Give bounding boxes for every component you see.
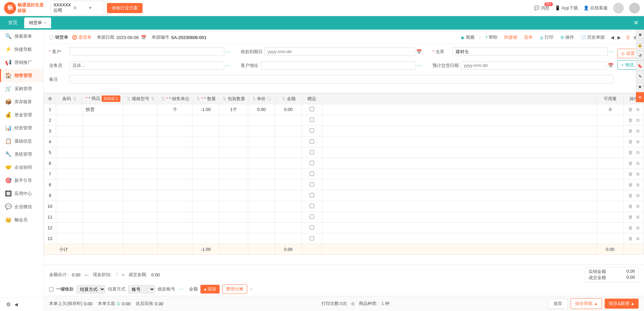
logistics-button[interactable]: + 物流	[617, 60, 639, 70]
delete-icon[interactable]: 🗑	[627, 214, 634, 220]
delete-icon[interactable]: 🗑	[627, 192, 634, 199]
delete-icon[interactable]: 🗑	[627, 117, 634, 123]
row-barcode[interactable]	[56, 126, 83, 137]
due-date-cal-icon[interactable]: 📅	[416, 49, 422, 54]
row-spec[interactable]	[123, 201, 158, 212]
col-spec-header[interactable]: ⇅ 规格型号 ⇅	[123, 93, 158, 104]
row-spec[interactable]	[123, 190, 158, 201]
save-draft-btn[interactable]: 保存草稿 ▲	[571, 298, 602, 309]
avatar[interactable]	[613, 3, 624, 13]
float-btn-6[interactable]: ★	[636, 82, 644, 92]
logo-area[interactable]: 畅 畅通道好生意 标版	[4, 2, 48, 14]
help-btn[interactable]: ?帮助	[483, 34, 499, 41]
copy-icon[interactable]: ⧉	[635, 225, 641, 231]
copy-icon[interactable]: ⧉	[635, 203, 641, 210]
copy-icon[interactable]: ⧉	[635, 171, 641, 178]
sidebar-item-quick-nav[interactable]: ⚡ 快捷导航	[0, 43, 43, 56]
calendar-icon[interactable]: 📅	[141, 35, 146, 40]
float-btn-5[interactable]: ✎	[636, 71, 644, 81]
nav-next[interactable]: ▶	[616, 34, 622, 41]
row-price[interactable]	[248, 115, 275, 126]
delete-icon[interactable]: 🗑	[627, 149, 634, 156]
discard-btn[interactable]: 放弃	[548, 298, 568, 309]
row-price[interactable]: 0.00	[248, 104, 275, 115]
row-barcode[interactable]	[56, 158, 83, 169]
row-barcode[interactable]	[56, 201, 83, 212]
row-spec[interactable]	[123, 104, 158, 115]
row-qty[interactable]	[192, 137, 219, 147]
avatar-2[interactable]	[629, 3, 640, 13]
delete-icon[interactable]: 🗑	[627, 182, 634, 188]
save-new-btn[interactable]: 保存&新增 ▲	[605, 299, 639, 309]
salesperson-dots[interactable]: ···	[226, 63, 230, 69]
row-price[interactable]	[248, 137, 275, 147]
row-gift[interactable]	[302, 115, 322, 126]
row-remark[interactable]	[322, 223, 597, 233]
row-remark[interactable]	[322, 158, 597, 169]
row-price[interactable]	[248, 158, 275, 169]
delete-icon[interactable]: 🗑	[627, 225, 634, 231]
remarks-input[interactable]	[69, 75, 613, 83]
sidebar-item-basic[interactable]: 📋 基础信息	[0, 134, 43, 148]
row-spec[interactable]	[123, 137, 158, 147]
row-spec[interactable]	[123, 223, 158, 233]
delete-icon[interactable]: 🗑	[627, 235, 634, 242]
row-remark[interactable]	[322, 233, 597, 244]
col-unit-header[interactable]: ⇅ * * 销售单位	[158, 93, 192, 104]
row-remark[interactable]	[322, 201, 597, 212]
print-btn[interactable]: 🖨打印	[537, 34, 556, 41]
settings-icon[interactable]: ⚙	[73, 5, 86, 10]
layout-btn-1[interactable]: ☰	[625, 34, 632, 41]
col-barcode-header[interactable]: 条码 ⇅	[56, 93, 83, 104]
sidebar-item-wechat[interactable]: 💬 企业微信	[0, 200, 43, 213]
row-spec[interactable]	[123, 126, 158, 137]
row-price[interactable]	[248, 190, 275, 201]
row-price[interactable]	[248, 223, 275, 233]
row-price[interactable]	[248, 212, 275, 223]
float-btn-4[interactable]: 🔖	[636, 61, 644, 71]
arrears-tip[interactable]: ①	[117, 301, 121, 306]
video-btn[interactable]: ▶视频	[459, 34, 477, 41]
app-download-group[interactable]: 📱 App下载	[555, 5, 578, 11]
row-qty[interactable]	[192, 201, 219, 212]
delete-icon[interactable]: 🗑	[627, 203, 634, 209]
row-price[interactable]	[248, 201, 275, 212]
row-qty[interactable]	[192, 190, 219, 201]
sidebar-item-apps[interactable]: 🔲 应用中心	[0, 187, 43, 200]
account-select[interactable]: 账号	[128, 285, 155, 294]
row-barcode[interactable]	[56, 233, 83, 244]
sidebar-item-collab[interactable]: 🤝 企业协同	[0, 161, 43, 174]
close-window-icon[interactable]: ✕	[631, 18, 641, 28]
row-gift[interactable]	[302, 137, 322, 147]
row-barcode[interactable]	[56, 137, 83, 147]
fee-split-btn[interactable]: 费用分摊	[222, 284, 247, 294]
service-group[interactable]: 👤 在线客服	[583, 5, 608, 11]
shortcut-btn[interactable]: 快捷键	[502, 34, 519, 41]
copy-icon[interactable]: ⧉	[635, 139, 641, 145]
row-gift[interactable]	[302, 212, 322, 223]
sidebar-item-marketing[interactable]: 📢 营销推广	[0, 56, 43, 69]
copy-icon[interactable]: ⧉	[635, 117, 641, 124]
row-spec[interactable]	[123, 158, 158, 169]
row-spec[interactable]	[123, 212, 158, 223]
row-spec[interactable]	[123, 147, 158, 158]
col-qty-header[interactable]: ⇅ * * 数量	[192, 93, 219, 104]
sidebar-item-inventory[interactable]: 📦 库存核算	[0, 95, 43, 108]
copy-icon[interactable]: ⧉	[635, 160, 641, 167]
discount-help-icon[interactable]: ?	[116, 272, 118, 277]
row-gift[interactable]	[302, 233, 322, 244]
delete-icon[interactable]: 🗑	[627, 128, 634, 134]
sidebar-settings[interactable]: ⚙ ◀	[0, 298, 43, 311]
sidebar-item-purchase[interactable]: 🛒 采购管理	[0, 82, 43, 95]
copy-icon[interactable]: ⧉	[635, 106, 641, 113]
warehouse-input[interactable]	[453, 47, 608, 56]
tab-close-icon[interactable]: ×	[44, 21, 46, 25]
row-gift[interactable]	[302, 190, 322, 201]
copy-icon[interactable]: ⧉	[635, 192, 641, 199]
row-barcode[interactable]	[56, 104, 83, 115]
sidebar-item-member[interactable]: 👑 畅会员	[0, 213, 43, 226]
tab-home[interactable]: 首页	[3, 16, 23, 30]
payment-help-icon[interactable]: ?	[250, 287, 252, 292]
row-remark[interactable]	[322, 190, 597, 201]
row-qty[interactable]	[192, 212, 219, 223]
